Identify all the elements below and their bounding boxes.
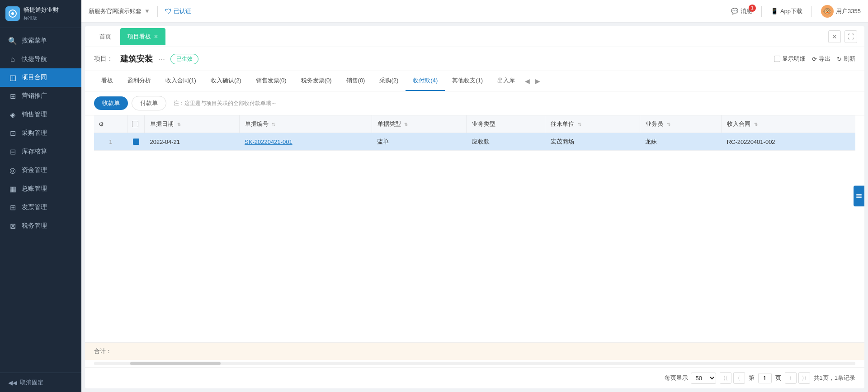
refresh-button[interactable]: ↻ 刷新	[837, 55, 855, 63]
header-checkbox[interactable]	[132, 121, 138, 127]
sidebar-item-ledger[interactable]: ▦ 总账管理	[0, 180, 81, 198]
th-salesman-label: 业务员	[646, 120, 663, 127]
row-partner: 宏茂商场	[545, 133, 640, 151]
scroll-track[interactable]	[94, 362, 855, 365]
subnav-inout[interactable]: 出入库	[490, 71, 522, 91]
table-row: 1 2022-04-21 SK-20220421-001 蓝单 应收款 宏茂商场…	[94, 133, 855, 151]
data-table: ⚙ 单据日期 ⇅ 单据编号 ⇅	[94, 115, 855, 151]
sidebar-header: 畅捷通好业财 标准版	[0, 0, 81, 28]
tab-home-label: 首页	[99, 33, 111, 40]
maximize-window-button[interactable]: ⛶	[844, 30, 857, 43]
app-download-button[interactable]: 📱 App下载	[771, 7, 802, 15]
sort-icon: ⇅	[578, 122, 581, 127]
sidebar-item-marketing[interactable]: ⊞ 营销推广	[0, 87, 81, 105]
home-icon: ⌂	[8, 55, 17, 63]
horizontal-scrollbar[interactable]	[85, 360, 864, 367]
more-options-button[interactable]: ···	[158, 54, 165, 64]
scroll-thumb[interactable]	[130, 362, 221, 365]
sidebar-unpin[interactable]: ◀◀ 取消固定	[0, 373, 81, 392]
tab-home[interactable]: 首页	[92, 28, 118, 45]
dropdown-arrow-icon: ▼	[144, 8, 150, 14]
page-header-actions: 显示明细 ⟳ 导出 ↻ 刷新	[774, 55, 855, 63]
sidebar-item-quicknav[interactable]: ⌂ 快捷导航	[0, 50, 81, 68]
tab-project-label: 项目看板	[127, 33, 151, 41]
th-settings[interactable]: ⚙	[94, 115, 127, 133]
sidebar-item-sales[interactable]: ◈ 销售管理	[0, 105, 81, 124]
app-download-label: App下载	[780, 7, 802, 15]
tab-project-board[interactable]: 项目看板 ✕	[120, 28, 165, 45]
sidebar-item-inventory[interactable]: ⊟ 库存核算	[0, 143, 81, 161]
sidebar-item-purchase[interactable]: ⊡ 采购管理	[0, 124, 81, 143]
topbar-divider2	[761, 6, 762, 17]
subtab-receipt[interactable]: 收款单	[94, 96, 128, 110]
sidebar-item-label: 库存核算	[22, 148, 47, 156]
subnav-profit-label: 盈利分析	[127, 77, 151, 84]
row-num: 1	[94, 133, 127, 151]
app-title: 畅捷通好业财	[24, 6, 59, 14]
sidebar-item-label: 快捷导航	[22, 55, 47, 63]
sidebar-item-funds[interactable]: ◎ 资金管理	[0, 161, 81, 180]
subnav-next-arrow[interactable]: ▶	[533, 74, 543, 88]
shield-icon: 🛡	[165, 7, 172, 15]
subtab-receipt-label: 收款单	[102, 100, 120, 106]
subtab-payment[interactable]: 付款单	[132, 96, 166, 110]
next-page-button[interactable]: ⟩	[785, 372, 797, 384]
row-number[interactable]: SK-20220421-001	[239, 133, 372, 151]
sidebar-item-label: 资金管理	[22, 166, 47, 174]
row-type: 蓝单	[372, 133, 467, 151]
row-contract: RC-20220401-002	[722, 133, 855, 151]
purchase-icon: ⊡	[8, 129, 17, 138]
message-button[interactable]: 💬 消息 1	[731, 7, 752, 15]
tab-close-icon[interactable]: ✕	[154, 33, 158, 40]
sidebar-item-search[interactable]: 🔍 搜索菜单	[0, 32, 81, 50]
row-checkbox[interactable]	[133, 139, 139, 145]
demo-account-selector[interactable]: 新服务官网演示账套 ▼	[89, 7, 150, 15]
subnav-sales-invoice[interactable]: 销售发票(0)	[249, 71, 294, 91]
subnav-payment-label: 收付款(4)	[413, 77, 438, 84]
app-logo	[5, 6, 20, 21]
subnav-purchase[interactable]: 采购(2)	[372, 71, 406, 91]
subnav-prev-arrow[interactable]: ◀	[522, 74, 533, 88]
refresh-icon: ↻	[837, 56, 842, 62]
subnav-profit[interactable]: 盈利分析	[120, 71, 158, 91]
svg-rect-3	[856, 196, 862, 196]
subnav-sales[interactable]: 销售(0)	[339, 71, 373, 91]
subnav-payment[interactable]: 收付款(4)	[406, 71, 445, 91]
user-label: 用户3355	[836, 7, 861, 15]
content-card: 首页 项目看板 ✕ ✕ ⛶ 项目： 建筑安装 ··· 已生效	[85, 26, 864, 388]
subnav-income-confirm[interactable]: 收入确认(2)	[203, 71, 249, 91]
export-label: 导出	[819, 55, 830, 63]
prev-page-button[interactable]: ⟨	[733, 372, 745, 384]
th-contract-label: 收入合同	[727, 120, 750, 127]
subnav-income-contract[interactable]: 收入合同(1)	[158, 71, 203, 91]
subnav-other-expense[interactable]: 其他收支(1)	[445, 71, 490, 91]
funds-icon: ◎	[8, 166, 17, 175]
export-icon: ⟳	[812, 56, 817, 62]
close-window-button[interactable]: ✕	[828, 30, 841, 43]
subnav-tax-invoice[interactable]: 税务发票(0)	[294, 71, 339, 91]
sidebar-item-invoice[interactable]: ⊞ 发票管理	[0, 198, 81, 217]
last-page-button[interactable]: ⟩⟩	[798, 372, 810, 384]
export-button[interactable]: ⟳ 导出	[812, 55, 830, 63]
page: 项目： 建筑安装 ··· 已生效 显示明细 ⟳ 导出 ↻ 刷	[85, 47, 864, 388]
refresh-label: 刷新	[844, 55, 855, 63]
subnav-tax-invoice-label: 税务发票(0)	[301, 77, 332, 84]
ledger-icon: ▦	[8, 185, 17, 193]
tax-icon: ⊠	[8, 222, 17, 230]
subnav-board[interactable]: 看板	[94, 71, 120, 91]
page-input[interactable]	[758, 373, 772, 383]
topbar-actions: 💬 消息 1 📱 App下载 🐵 用户3355	[731, 5, 861, 18]
th-biztype-label: 业务类型	[472, 120, 495, 127]
show-detail-checkbox[interactable]: 显示明细	[774, 55, 806, 63]
first-page-button[interactable]: ⟨⟨	[720, 372, 731, 384]
user-menu[interactable]: 🐵 用户3355	[821, 5, 861, 18]
row-checkbox-cell[interactable]	[127, 133, 145, 151]
phone-icon: 📱	[771, 8, 778, 14]
certified-badge: 🛡 已认证	[165, 7, 191, 15]
sidebar-item-label: 项目合同	[22, 73, 47, 81]
sidebar-item-project[interactable]: ◫ 项目合同	[0, 68, 81, 87]
sidebar-item-tax[interactable]: ⊠ 税务管理	[0, 217, 81, 235]
perpage-select[interactable]: 50 100 200	[691, 373, 716, 384]
th-check[interactable]	[127, 115, 145, 133]
side-panel-toggle[interactable]	[854, 186, 864, 206]
